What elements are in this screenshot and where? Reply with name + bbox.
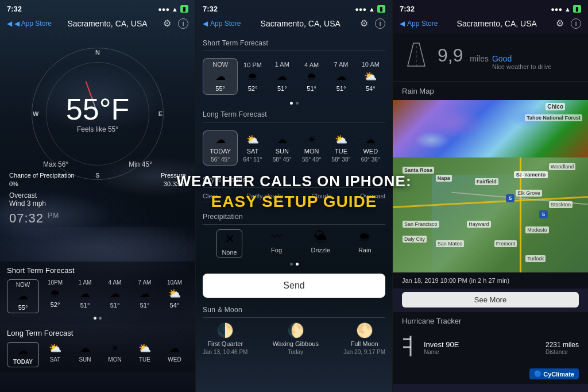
- napa-label: Napa: [436, 175, 452, 182]
- mid-long-2: ☁ SUN 58° 45°: [268, 133, 297, 163]
- compass-west: W: [33, 110, 38, 117]
- right-signal-icon: ●●●: [551, 6, 562, 13]
- mid-settings-icon[interactable]: ⚙: [360, 18, 368, 29]
- mid-long-3: ☀ MON 55° 40°: [297, 133, 326, 163]
- map-section: Santa Rosa Napa Fairfield Sacramento Elk…: [393, 157, 588, 272]
- battery-icon: ▮: [180, 5, 188, 13]
- mid-ficon-5: ⛅: [364, 70, 377, 83]
- sky-overcast: Overcast: [360, 193, 385, 199]
- mid-ftemp-2: 51°: [277, 85, 287, 92]
- left-top-bar: ◀ ◀ App Store Sacramento, CA, USA ⚙ i: [0, 16, 195, 33]
- forecast-temp-2: 51°: [80, 302, 90, 309]
- forecast-time-4: 7 AM: [138, 279, 152, 286]
- forecast-time-3: 4 AM: [109, 279, 122, 286]
- waxing-label: Waxing Gibbous: [273, 340, 319, 347]
- right-wifi-icon: ▲: [564, 6, 571, 13]
- mid-ftime-0: NOW: [212, 61, 228, 68]
- mid-long-temps-5: 60° 36°: [361, 156, 380, 163]
- max-temp: Max 56°: [43, 160, 68, 168]
- first-quarter-date: Jan 13, 10:46 PM: [203, 349, 247, 355]
- forecast-icon-5: ⛅: [168, 287, 181, 300]
- left-page-dots: [7, 317, 188, 320]
- mid-app-store-text: App Store: [210, 20, 241, 28]
- precip-fog[interactable]: 〰 Fog: [270, 229, 283, 258]
- mid-ftemp-4: 51°: [336, 85, 346, 92]
- visibility-desc: Nice weather to drive: [492, 63, 551, 70]
- mid-long-temps-1: 64° 51°: [243, 156, 262, 163]
- sun-moon-row: 🌓 First Quarter Jan 13, 10:46 PM 🌔 Waxin…: [203, 322, 385, 355]
- precip-none[interactable]: ✕ None: [216, 229, 242, 258]
- wifi-icon: ▲: [172, 6, 178, 13]
- pressure-value: 30.33 in: [161, 180, 186, 189]
- sky-clear: Clear: [203, 193, 218, 199]
- compass-container: N S E W 55°F Feels like 55° Max 56° Min …: [0, 33, 195, 183]
- fairfield-label: Fairfield: [475, 178, 498, 185]
- precip-options: ✕ None 〰 Fog 🌦 Drizzle 🌧 Rain: [203, 229, 385, 258]
- left-time: 7:32: [7, 5, 22, 13]
- long-day-4: TUE: [139, 356, 150, 363]
- mid-app-store-link[interactable]: ◀ App Store: [203, 20, 241, 28]
- left-long-forecast-title: Long Term Forecast: [7, 329, 188, 337]
- left-short-forecast-title: Short Term Forecast: [7, 266, 188, 275]
- right-top-bar: ◀ App Store Sacramento, CA, USA ⚙ i: [393, 16, 588, 33]
- rain-label: Rain: [358, 247, 372, 253]
- pressure-label: Pressure: [161, 171, 186, 180]
- visibility-miles: 9,9 miles: [438, 45, 489, 66]
- mid-ftime-3: 4 AM: [304, 62, 319, 68]
- full-moon-date: Jan 20, 9:17 PM: [343, 349, 385, 355]
- compass-east: E: [158, 110, 163, 117]
- mid-long-forecast: Long Term Forecast ☁ TODAY 56° 45° ⛅ SAT…: [196, 108, 392, 172]
- mid-info-icon[interactable]: i: [375, 18, 385, 29]
- precip-value: 0%: [9, 180, 75, 189]
- long-item-1: ⛅ SAT: [41, 342, 69, 367]
- map-water: [432, 175, 588, 272]
- visibility-status: Good: [492, 54, 551, 63]
- forecast-item-5: 10AM ⛅ 54°: [161, 279, 188, 313]
- precip-rain[interactable]: 🌧 Rain: [358, 229, 372, 258]
- right-status-bar: 7:32 ●●● ▲ ▮: [393, 0, 588, 16]
- send-button[interactable]: Send: [203, 274, 385, 298]
- mid-long-icon-1: ⛅: [246, 133, 259, 146]
- right-status-icons: ●●● ▲ ▮: [551, 5, 581, 13]
- right-app-store-link[interactable]: ◀ App Store: [400, 20, 438, 28]
- right-info-icon[interactable]: i: [571, 18, 581, 29]
- dot-2: [99, 317, 102, 320]
- left-app-store-link[interactable]: ◀ ◀ App Store: [7, 20, 52, 28]
- sun-moon-title: Sun & Moon: [203, 306, 385, 318]
- precipitation-section: Precipitation ✕ None 〰 Fog 🌦 Drizzle 🌧 R…: [196, 209, 392, 269]
- mid-long-temps-3: 55° 40°: [302, 156, 321, 163]
- cloud-area: [0, 227, 195, 262]
- cyclimate-icon: 🔵: [534, 370, 542, 378]
- precip-drizzle[interactable]: 🌦 Drizzle: [311, 229, 330, 258]
- long-item-3: ☀ MON: [101, 342, 129, 367]
- mid-long-1: ⛅ SAT 64° 51°: [238, 133, 267, 163]
- long-day-5: WED: [168, 356, 181, 363]
- left-status-icons: ●●● ▲ ▮: [158, 5, 188, 13]
- mid-forecast-5: 10 AM ⛅ 54°: [356, 61, 385, 92]
- left-app-store-text: ◀ App Store: [14, 20, 52, 28]
- right-battery-icon: ▮: [573, 5, 581, 13]
- long-item-4: ⛅ TUE: [131, 342, 158, 367]
- settings-icon[interactable]: ⚙: [163, 18, 171, 29]
- full-moon-icon: 🌕: [356, 322, 373, 339]
- forecast-time-5: 10AM: [167, 279, 182, 286]
- left-location: Sacramento, CA, USA: [67, 19, 147, 28]
- mid-location: Sacramento, CA, USA: [261, 19, 341, 28]
- right-settings-icon[interactable]: ⚙: [556, 18, 564, 29]
- forecast-icon-2: ☁: [80, 287, 90, 300]
- rain-map-header: Rain Map: [393, 82, 588, 100]
- mid-long-5: ☁ WED 60° 36°: [356, 133, 385, 163]
- long-item-0: ☁ TODAY: [7, 342, 39, 367]
- mid-long-title: Long Term Forecast: [203, 110, 385, 122]
- mid-forecast-1: 10 PM 🌧 52°: [238, 62, 267, 92]
- left-long-forecast-row: ☁ TODAY ⛅ SAT ☁ SUN ☀ MON ⛅ TUE: [7, 342, 188, 367]
- mid-long-day-2: SUN: [276, 148, 289, 155]
- map-info-bar: Jan 18, 2019 10:00 PM (in 2 h 27 min): [393, 272, 588, 289]
- info-icon[interactable]: i: [178, 18, 188, 29]
- left-short-forecast: Short Term Forecast NOW ☁ 55° 10PM 🌧 52°…: [0, 262, 195, 324]
- see-more-button[interactable]: See More: [402, 292, 579, 308]
- long-item-2: ☁ SUN: [71, 342, 99, 367]
- san-mateo-label: San Mateo: [436, 240, 465, 247]
- first-quarter-icon: 🌓: [216, 322, 234, 339]
- long-icon-2: ☁: [80, 342, 90, 355]
